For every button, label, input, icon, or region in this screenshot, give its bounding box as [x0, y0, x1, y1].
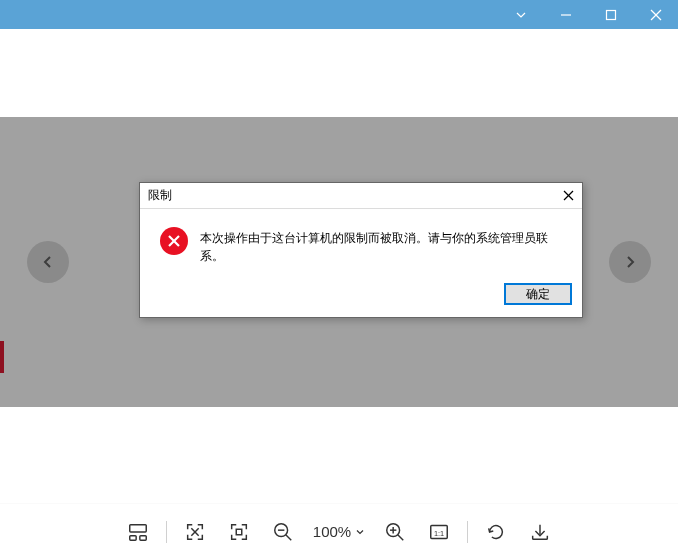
image-edge: [0, 341, 4, 373]
ok-button[interactable]: 确定: [504, 283, 572, 305]
bottom-toolbar: 100% 1:1: [0, 503, 678, 559]
gallery-button[interactable]: [116, 510, 160, 554]
svg-rect-10: [140, 535, 146, 540]
bottom-gap: [0, 407, 678, 503]
zoom-in-icon: [384, 521, 406, 543]
dropdown-button[interactable]: [498, 0, 543, 29]
toolbar-separator: [166, 521, 167, 543]
next-image-button[interactable]: [609, 241, 651, 283]
rotate-icon: [485, 521, 507, 543]
svg-rect-11: [236, 529, 242, 535]
close-icon: [650, 9, 662, 21]
actual-size-icon: 1:1: [428, 521, 450, 543]
svg-line-13: [286, 534, 292, 540]
svg-line-16: [398, 534, 404, 540]
maximize-icon: [605, 9, 617, 21]
minimize-button[interactable]: [543, 0, 588, 29]
error-dialog: 限制 本次操作由于这台计算机的限制而被取消。请与你的系统管理员联系。 确定: [139, 182, 583, 318]
dialog-footer: 确定: [140, 277, 582, 317]
chevron-right-icon: [622, 254, 638, 270]
svg-text:1:1: 1:1: [434, 528, 444, 537]
zoom-level-label[interactable]: 100%: [305, 523, 373, 540]
fullscreen-icon: [184, 521, 206, 543]
top-gap: [0, 29, 678, 117]
actual-size-button[interactable]: 1:1: [417, 510, 461, 554]
fit-icon: [228, 521, 250, 543]
download-icon: [529, 521, 551, 543]
dialog-close-button[interactable]: [554, 183, 582, 208]
close-button[interactable]: [633, 0, 678, 29]
close-icon: [563, 190, 574, 201]
minimize-icon: [560, 9, 572, 21]
svg-rect-8: [130, 524, 147, 531]
error-icon: [160, 227, 188, 255]
dialog-body: 本次操作由于这台计算机的限制而被取消。请与你的系统管理员联系。: [140, 209, 582, 277]
window-controls: [498, 0, 678, 29]
rotate-button[interactable]: [474, 510, 518, 554]
chevron-down-icon: [355, 527, 365, 537]
window-titlebar: [0, 0, 678, 29]
svg-rect-9: [130, 535, 136, 540]
zoom-in-button[interactable]: [373, 510, 417, 554]
dialog-titlebar[interactable]: 限制: [140, 183, 582, 209]
dialog-title: 限制: [148, 187, 172, 204]
fit-button[interactable]: [217, 510, 261, 554]
zoom-out-button[interactable]: [261, 510, 305, 554]
zoom-level-text: 100%: [313, 523, 351, 540]
toolbar-separator: [467, 521, 468, 543]
fullscreen-button[interactable]: [173, 510, 217, 554]
maximize-button[interactable]: [588, 0, 633, 29]
save-button[interactable]: [518, 510, 562, 554]
image-viewport: 限制 本次操作由于这台计算机的限制而被取消。请与你的系统管理员联系。 确定: [0, 117, 678, 407]
chevron-down-icon: [514, 8, 528, 22]
dialog-message: 本次操作由于这台计算机的限制而被取消。请与你的系统管理员联系。: [200, 227, 568, 265]
gallery-icon: [127, 521, 149, 543]
chevron-left-icon: [40, 254, 56, 270]
svg-rect-1: [606, 10, 615, 19]
previous-image-button[interactable]: [27, 241, 69, 283]
zoom-out-icon: [272, 521, 294, 543]
